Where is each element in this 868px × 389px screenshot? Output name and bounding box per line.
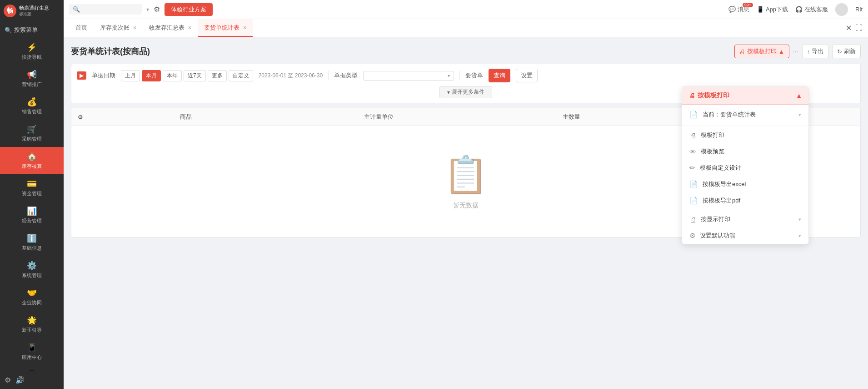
sidebar-item-collab[interactable]: 🤝 企业协同	[0, 283, 64, 311]
date-btn-4[interactable]: 更多	[208, 70, 227, 81]
dropdown-close-icon[interactable]: ▲	[796, 92, 802, 99]
page-actions: 🖨 按模板打印 ▲ ··· ↑ 导出 ↻ 刷新	[734, 45, 861, 58]
sidebar-label-apps: 应用中心	[22, 354, 42, 361]
expand-more-button[interactable]: ▾ 展开更多条件	[439, 86, 492, 98]
date-btn-5[interactable]: 自定义	[229, 70, 253, 81]
user-avatar[interactable]	[835, 3, 848, 16]
sidebar-item-base[interactable]: ℹ️ 基础信息	[0, 229, 64, 256]
topbar-search-icon: 🔍	[73, 6, 80, 13]
sidebar-item-marketing[interactable]: 📢 营销推广	[0, 65, 64, 92]
tab-home[interactable]: 首页	[69, 19, 94, 37]
tab-label-summary: 收发存汇总表	[149, 24, 185, 32]
date-btn-3[interactable]: 近7天	[184, 70, 206, 81]
maximize-icon[interactable]: ⛶	[855, 24, 863, 32]
tabs-bar: 首页库存批次账×收发存汇总表×要货单统计表× ✕ ⛶	[64, 19, 868, 37]
online-service-item[interactable]: 🎧 在线客服	[795, 5, 828, 14]
refresh-label: 刷新	[844, 47, 856, 56]
message-icon-item[interactable]: 💬 消息 99+	[728, 5, 749, 14]
dropdown-group-label-display-print: 按显示打印	[701, 215, 730, 223]
page-header: 要货单统计表(按商品) 🖨 按模板打印 ▲ ··· ↑ 导出 ↻ 刷新	[71, 45, 861, 58]
current-template-icon: 📄	[689, 111, 698, 119]
sidebar-item-guide[interactable]: 🌟 新手引导	[0, 311, 64, 338]
settings-filter-button[interactable]: 设置	[516, 69, 538, 82]
sidebar-item-operations[interactable]: 📊 经营管理	[0, 202, 64, 229]
refresh-icon: ↻	[837, 48, 842, 55]
refresh-button[interactable]: ↻ 刷新	[832, 45, 861, 58]
dropdown-item-label-template-design: 模板自定义设计	[700, 164, 741, 172]
sidebar-search[interactable]: 🔍 搜索菜单	[0, 22, 64, 38]
sidebar-nav: ⚡ 快捷导航 📢 营销推广 💰 销售管理 🛒 采购管理 🏠 库存核算 💳 资金管…	[0, 38, 64, 371]
dropdown-item-export-excel[interactable]: 📄 按模板导出excel	[682, 176, 808, 192]
sidebar-icon-sales: 💰	[27, 97, 37, 107]
sidebar-logo: 畅 畅康通好生意 标准版	[0, 0, 64, 22]
sidebar-item-finance[interactable]: 💳 资金管理	[0, 174, 64, 202]
sidebar-icon-apps: 📱	[27, 343, 37, 353]
sidebar-item-quicknav[interactable]: ⚡ 快捷导航	[0, 38, 64, 65]
dropdown-divider-2	[682, 210, 808, 210]
speaker-bottom-icon[interactable]: 🔊	[15, 376, 25, 384]
print-template-button[interactable]: 🖨 按模板打印 ▲	[734, 45, 789, 58]
date-btn-1[interactable]: 本月	[142, 70, 161, 81]
dropdown-item-template-print[interactable]: 🖨 模板打印	[682, 127, 808, 143]
date-btn-0[interactable]: 上月	[121, 70, 140, 81]
sidebar-label-base: 基础信息	[22, 245, 42, 252]
topbar-right: 💬 消息 99+ 📱 App下载 🎧 在线客服 Rit	[728, 3, 863, 16]
topbar-gear-icon[interactable]: ⚙	[154, 5, 160, 14]
tab-close-summary[interactable]: ×	[188, 25, 191, 31]
dropdown-divider-1	[682, 126, 808, 126]
close-window-icon[interactable]: ✕	[846, 24, 852, 32]
print-dropdown-menu: 🖨 按模板打印 ▲ 📄 当前：要货单统计表 ▾ 🖨 模板打印 👁 模板预览 ✏	[682, 86, 809, 244]
sidebar: 畅 畅康通好生意 标准版 🔍 搜索菜单 ⚡ 快捷导航 📢 营销推广 💰 销售管理…	[0, 0, 64, 389]
print-chevron-up-icon: ▲	[778, 48, 784, 55]
dropdown-groups: 🖨 按显示打印 ▾ ⚙ 设置默认功能 ▾	[682, 211, 808, 244]
topbar-search-box[interactable]: 🔍	[69, 4, 142, 15]
dropdown-group-display-print[interactable]: 🖨 按显示打印 ▾	[682, 211, 808, 227]
date-btn-2[interactable]: 本年	[163, 70, 182, 81]
th-goods: 商品	[90, 108, 282, 126]
tab-close-batch[interactable]: ×	[133, 25, 136, 31]
sidebar-item-apps[interactable]: 📱 应用中心	[0, 338, 64, 365]
topbar-chevron-icon[interactable]: ▾	[146, 6, 149, 13]
order-type-select[interactable]: ▾	[363, 71, 454, 81]
dropdown-item-template-design[interactable]: ✏ 模板自定义设计	[682, 160, 808, 176]
tab-batch[interactable]: 库存批次账×	[94, 19, 143, 37]
export-button[interactable]: ↑ 导出	[802, 45, 829, 58]
sidebar-icon-finance: 💳	[27, 179, 37, 189]
sidebar-item-sales[interactable]: 💰 销售管理	[0, 92, 64, 120]
trial-button[interactable]: 体验行业方案	[165, 3, 213, 16]
sidebar-icon-marketing: 📢	[27, 70, 37, 80]
dropdown-item-export-pdf[interactable]: 📄 按模板导出pdf	[682, 192, 808, 209]
main-area: 🔍 ▾ ⚙ 体验行业方案 💬 消息 99+ 📱 App下载 🎧 在线客服 Rit	[64, 0, 868, 389]
filter-expand-icon[interactable]: ▶	[77, 71, 86, 80]
tab-close-order-stat[interactable]: ×	[243, 25, 246, 31]
sidebar-item-wechat[interactable]: 💬 企业微信	[0, 365, 64, 371]
settings-bottom-icon[interactable]: ⚙	[5, 376, 11, 384]
sidebar-label-system: 系统管理	[22, 272, 42, 279]
dropdown-title-text: 按模板打印	[698, 91, 729, 100]
sidebar-item-purchase[interactable]: 🛒 采购管理	[0, 120, 64, 147]
dropdown-current-item[interactable]: 📄 当前：要货单统计表 ▾	[682, 106, 808, 123]
dropdown-item-template-preview[interactable]: 👁 模板预览	[682, 143, 808, 160]
sidebar-icon-system: ⚙️	[27, 261, 37, 271]
dropdown-group-left-default-setting: ⚙ 设置默认功能	[689, 232, 735, 240]
chevron-down-icon: ▾	[447, 89, 450, 96]
th-settings[interactable]: ⚙	[71, 109, 90, 125]
sidebar-bottom: ⚙ 🔊	[0, 371, 64, 389]
headset-icon: 🎧	[795, 6, 803, 13]
sidebar-item-inventory[interactable]: 🏠 库存核算	[0, 147, 64, 174]
sidebar-label-marketing: 营销推广	[22, 81, 42, 88]
no-data-text: 暂无数据	[453, 202, 479, 210]
tab-summary[interactable]: 收发存汇总表×	[143, 19, 198, 37]
dropdown-current-section: 📄 当前：要货单统计表 ▾	[682, 105, 808, 125]
message-icon: 💬	[728, 6, 736, 13]
topbar-search-input[interactable]	[82, 6, 127, 13]
app-download-item[interactable]: 📱 App下载	[757, 5, 788, 14]
sidebar-item-system[interactable]: ⚙️ 系统管理	[0, 256, 64, 283]
more-options-icon[interactable]: ···	[793, 48, 798, 55]
dropdown-group-default-setting[interactable]: ⚙ 设置默认功能 ▾	[682, 227, 808, 244]
select-arrow-icon: ▾	[448, 73, 450, 78]
tab-order-stat[interactable]: 要货单统计表×	[198, 19, 253, 37]
query-button[interactable]: 查询	[489, 69, 510, 82]
username-label: Rit	[855, 6, 863, 13]
order-type-label: 单据类型	[334, 71, 358, 80]
